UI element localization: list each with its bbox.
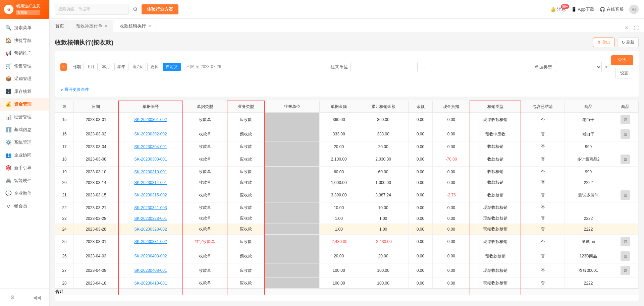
cell-bill-no[interactable]: SK-20230304-001 (118, 141, 183, 152)
sidebar-item-guide[interactable]: 🎯 新手引导 (0, 162, 49, 174)
cell-bill-no[interactable]: SK-20230315-002 (118, 188, 183, 202)
cell-no: 27 (55, 263, 74, 278)
marketing-icon: 📢 (5, 50, 11, 56)
sidebar-item-quicknav[interactable]: 🏠 快捷导航 (0, 34, 49, 47)
col-gear[interactable]: ⚙ (55, 101, 74, 113)
sidebar-item-label: 库存核算 (14, 88, 32, 95)
date-last-month-btn[interactable]: 上月 (84, 63, 98, 71)
date-this-year-btn[interactable]: 本年 (114, 63, 128, 71)
cell-bill-no[interactable]: SK-20230314-001 (118, 177, 183, 188)
cell-amount: 1,000.00 (320, 177, 358, 188)
sidebar-item-purchase[interactable]: 📦 采购管理 (0, 72, 49, 85)
cell-date: 2023-04-03 (74, 249, 118, 263)
sidebar-item-hardware[interactable]: 🖨️ 智能硬件 (0, 174, 49, 187)
tab-verify-close[interactable]: ✕ (148, 24, 151, 28)
cell-bill-no[interactable]: SK-20230302-002 (118, 127, 183, 141)
cell-bill-no[interactable]: SK-20230310-001 (118, 167, 183, 177)
tabs-bar: 首页 预收冲应付单 ✕ 收款核销执行 ✕ ✕ ⛶ (50, 19, 644, 32)
sidebar-nav: 🔍 搜索菜单 🏠 快捷导航 📢 营销推广 🛒 销售管理 📦 采购管理 🗄️ 库存… (0, 19, 49, 288)
col-include-settled: 包含已结清 (521, 101, 565, 113)
cell-bill-no[interactable]: SK-20230328-002 (118, 224, 183, 235)
sidebar-item-basicinfo[interactable]: ℹ️ 基础信息 (0, 123, 49, 136)
data-table-container: ⚙ 日期 单据编号 单据类型 业务类型 往来单位 单据金额 累计核销金额 余额 … (55, 101, 639, 301)
sidebar-item-system[interactable]: ⚙️ 系统管理 (0, 136, 49, 149)
sidebar-collapse-btn[interactable]: ◀◀ (31, 291, 43, 303)
sidebar-item-corp-collab[interactable]: 👥 企业协同 (0, 149, 49, 162)
cell-bill-no[interactable]: SK-20230331-002 (118, 235, 183, 249)
filter-setting-btn[interactable]: 设置 (615, 68, 633, 78)
app-download-btn[interactable]: 📱 App下载 (571, 6, 594, 12)
settings-icon[interactable]: ⚙ (133, 6, 138, 12)
tab-prepay-close[interactable]: ✕ (104, 24, 108, 28)
tab-verify-label: 收款核销执行 (120, 23, 146, 29)
cell-counterparty (265, 213, 319, 224)
tab-home[interactable]: 首页 (50, 20, 70, 32)
cell-bill-no[interactable]: SK-20230403-002 (118, 249, 183, 263)
cell-date: 2023-04-08 (74, 263, 118, 278)
cell-amount: 10.00 (320, 202, 358, 213)
cell-bill-type: 红字收款单 (183, 235, 227, 249)
sidebar-item-search[interactable]: 🔍 搜索菜单 (0, 21, 49, 34)
footer-balance (408, 289, 432, 295)
topbar-search-box[interactable]: 搜索功能、单据等 (55, 4, 129, 15)
export-icon: ⬆ (597, 40, 601, 45)
goods-thumbnail: 🖼 (621, 237, 630, 246)
sidebar-item-member[interactable]: V 畅会员 (0, 200, 49, 212)
export-btn[interactable]: ⬆ 导出 (593, 38, 614, 47)
counterparty-input[interactable] (351, 62, 418, 72)
table-col-settings-btn[interactable]: ⚙ (62, 104, 67, 109)
tab-prepay[interactable]: 预收冲应付单 ✕ (70, 20, 113, 32)
industry-solution-btn[interactable]: 体验行业方案 (142, 4, 178, 14)
search-icon: 🔍 (5, 25, 11, 31)
table-row: 24 2023-03-28 SK-20230328-002 收款单 应收款 1.… (55, 224, 639, 235)
filter-dots[interactable]: ··· (420, 63, 425, 70)
tab-verify[interactable]: 收款核销执行 ✕ (114, 20, 157, 32)
cell-include-settled: 否 (521, 224, 565, 235)
goods-thumbnail: 🖼 (621, 266, 630, 275)
bill-type-select[interactable] (555, 62, 602, 72)
cell-date: 2023-03-04 (74, 141, 118, 152)
expand-more-row[interactable]: ∨ 展开更多条件 (60, 84, 89, 93)
notice-btn[interactable]: 🔔 消息 99+ (550, 6, 566, 12)
bill-type-dropdown-icon[interactable]: ▼ (604, 65, 608, 69)
sidebar-item-marketing[interactable]: 📢 营销推广 (0, 47, 49, 60)
info-icon: ℹ️ (5, 127, 11, 133)
date-7days-btn[interactable]: 近7天 (130, 63, 146, 71)
cell-balance: 0.00 (408, 188, 432, 202)
date-more-btn[interactable]: 更多 (147, 63, 161, 71)
tab-close-all-icon[interactable]: ✕ (623, 24, 630, 32)
sidebar-item-sales[interactable]: 🛒 销售管理 (0, 60, 49, 72)
sidebar-item-operation[interactable]: 📊 经营管理 (0, 111, 49, 123)
goods-thumbnail: 🖼 (621, 190, 630, 200)
online-service-btn[interactable]: 🎧 在线客服 (600, 6, 624, 12)
cell-counterparty (265, 224, 319, 235)
filter-bar: » 日期 上月 本月 本年 近7天 更多 自定义 不限 至 2023-07-26… (55, 51, 639, 97)
date-this-month-btn[interactable]: 本月 (99, 63, 113, 71)
query-btn[interactable]: 查询 (611, 55, 633, 65)
cell-bill-no[interactable]: SK-20230408-001 (118, 263, 183, 278)
cell-biz-type: 应收款 (227, 213, 265, 224)
cell-bill-no[interactable]: SK-20230328-001 (118, 213, 183, 224)
cell-cash-discount: 0.00 (433, 113, 470, 127)
cell-no: 25 (55, 235, 74, 249)
cell-bill-no[interactable]: SK-20230301-002 (118, 113, 183, 127)
cell-bill-no[interactable]: SK-20230418-001 (118, 278, 183, 289)
cell-bill-no[interactable]: SK-20230308-001 (118, 152, 183, 167)
cell-goods-img (612, 202, 639, 213)
sidebar-item-inventory[interactable]: 🗄️ 库存核算 (0, 85, 49, 98)
sidebar-item-finance[interactable]: 💰 资金管理 (0, 98, 49, 111)
cell-counterparty (265, 177, 319, 188)
cell-include-settled: 否 (521, 152, 565, 167)
tab-expand-icon[interactable]: ⛶ (633, 24, 640, 32)
user-avatar[interactable]: Rit (629, 5, 639, 14)
filter-toggle-btn[interactable]: » (60, 64, 67, 69)
cell-date: 2023-04-18 (74, 278, 118, 289)
cell-goods-img: 🖼 (612, 113, 639, 127)
sidebar-item-label: 营销推广 (14, 50, 32, 56)
sidebar-item-wechat[interactable]: 💬 企业微信 (0, 187, 49, 200)
sidebar-item-label: 企业协同 (14, 152, 32, 158)
date-custom-btn[interactable]: 自定义 (163, 63, 181, 71)
sidebar-settings-btn[interactable]: ⚙ (6, 291, 18, 303)
refresh-btn[interactable]: ↻ 刷新 (617, 38, 639, 47)
cell-bill-no[interactable]: SK-20230321-003 (118, 202, 183, 213)
